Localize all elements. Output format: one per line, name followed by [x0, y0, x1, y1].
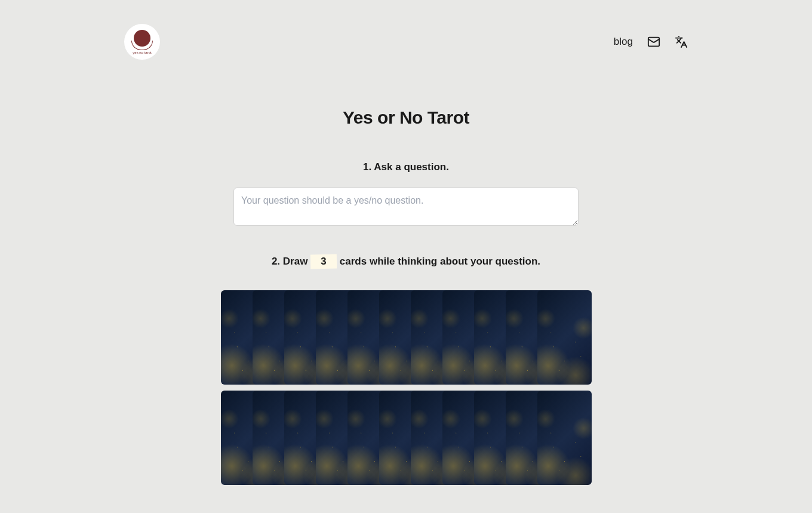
logo-graphic: yes no tarot: [129, 29, 155, 55]
language-icon[interactable]: [675, 35, 688, 48]
card-row-1: [221, 290, 591, 385]
step1-label: 1. Ask a question.: [124, 161, 688, 173]
question-input[interactable]: [233, 188, 579, 226]
header: yes no tarot blog: [124, 0, 688, 72]
cards-area: [124, 290, 688, 485]
main-content: Yes or No Tarot 1. Ask a question. 2. Dr…: [124, 72, 688, 485]
svg-rect-0: [648, 38, 659, 47]
tarot-card[interactable]: [537, 391, 592, 485]
logo-hands-icon: [131, 41, 153, 50]
step2-suffix: cards while thinking about your question…: [337, 256, 540, 267]
logo-text: yes no tarot: [129, 51, 155, 54]
card-count-input[interactable]: [310, 254, 337, 269]
tarot-card[interactable]: [537, 290, 592, 385]
step2-prefix: 2. Draw: [272, 256, 310, 267]
mail-icon[interactable]: [647, 35, 660, 48]
logo[interactable]: yes no tarot: [124, 24, 160, 60]
nav-blog-link[interactable]: blog: [614, 36, 633, 48]
card-row-2: [221, 391, 591, 485]
step2-label: 2. Draw cards while thinking about your …: [272, 254, 540, 269]
page-title: Yes or No Tarot: [124, 107, 688, 128]
nav: blog: [614, 35, 688, 48]
